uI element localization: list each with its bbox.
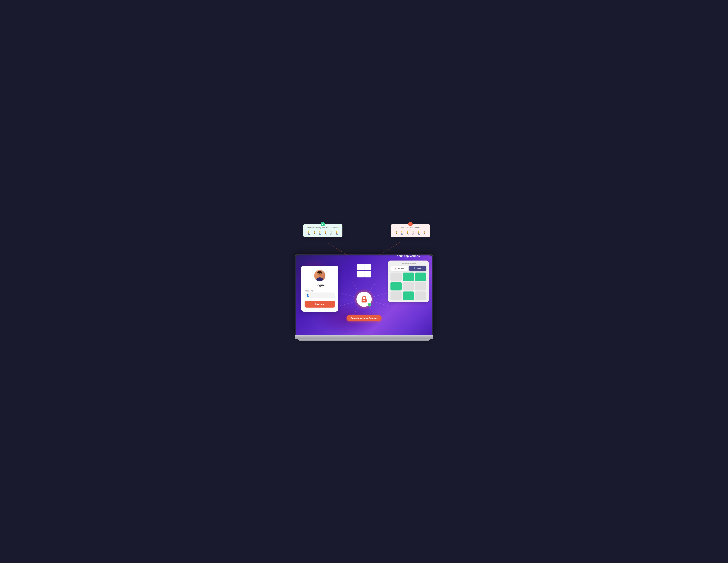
app-cell-8 [403,292,414,300]
app-cell-1 [390,272,402,281]
person-icon-gray-3: 🚶 [334,230,339,235]
username-label: Username [305,290,313,292]
scene: ✓ Enhance Security over Admin Accounts 🚶… [288,222,440,341]
person-icon-green-1: 🚶 [307,230,311,235]
user-icon: 👤 [306,294,309,297]
callout-enhance-security: ✓ Enhance Security over Admin Accounts 🚶… [303,224,342,237]
lock-circle: 🌿 [356,292,372,307]
avatar [314,269,326,282]
avatar-svg [315,269,325,282]
win-pane-4 [364,271,371,277]
unlock-button[interactable]: Unlock [305,301,335,308]
win-pane-2 [364,264,371,270]
username-input-row[interactable]: 👤 [305,293,335,298]
app-grid [390,272,426,300]
app-cell-5 [403,282,414,291]
person-icon-gray-6: 🚶 [422,230,427,235]
people-row-left: 🚶 🚶 🚶 🚶 🚶 🚶 [307,230,339,235]
app-cell-6 [415,282,426,291]
input-line [310,295,333,296]
lock-svg [360,295,368,304]
app-cell-2 [403,272,414,281]
svg-rect-19 [364,301,364,301]
person-icon-green-2: 🚶 [312,230,317,235]
laptop-notch [357,335,371,336]
people-row-right: 🚶 🚶 🚶 🚶 🚶 🚶 [394,230,427,235]
laptop-base [295,335,433,339]
person-icon-orange-2: 🚶 [405,230,410,235]
win-pane-1 [357,264,364,270]
review-icon: 📊 [394,267,397,269]
app-cell-4 [390,282,402,291]
callout-left-title: Enhance Security over Admin Accounts [307,226,339,229]
callout-remove-admins: ✕ Remove Local Admins 🚶 🚶 🚶 🚶 🚶 🚶 [391,224,430,237]
lock-icon-wrapper: 🌿 [356,292,372,307]
your-apps-label: Your Applications [388,255,429,257]
granular-access-button[interactable]: Granular Access Controls [346,315,382,322]
action-buttons: 📊 Review 🔍 Audit [390,266,426,271]
audit-button[interactable]: 🔍 Audit [409,266,426,271]
svg-point-3 [316,277,323,282]
login-title: Login [316,284,324,287]
laptop-foot [298,339,430,341]
monitor-label: Monitor User Activities [390,263,426,264]
review-button[interactable]: 📊 Review [390,266,408,271]
person-icon-gray-5: 🚶 [417,230,421,235]
check-badge: ✓ [321,222,325,226]
app-cell-3 [415,272,426,281]
laptop-screen: Login Username 👤 Unlock [296,255,432,335]
leaf-badge: 🌿 [368,303,371,307]
login-card: Login Username 👤 Unlock [301,265,338,312]
audit-label: Audit [417,267,421,269]
person-icon-orange-3: 🚶 [411,230,415,235]
app-cell-7 [390,292,402,300]
windows-logo [357,264,371,277]
person-icon-gray-1: 🚶 [323,230,328,235]
person-icon-green-3: 🚶 [318,230,322,235]
win-pane-3 [357,271,364,277]
laptop-wrapper: Login Username 👤 Unlock [295,254,433,341]
person-icon-gray-2: 🚶 [329,230,333,235]
apps-panel: Monitor User Activities 📊 Review 🔍 Audit [388,260,429,302]
person-icon-orange-1: 🚶 [394,230,399,235]
x-badge: ✕ [408,222,413,226]
callout-right-title: Remove Local Admins [394,226,427,229]
app-cell-9 [415,292,426,300]
audit-icon: 🔍 [414,267,416,269]
review-label: Review [398,267,404,269]
laptop-screen-outer: Login Username 👤 Unlock [295,254,433,335]
person-icon-gray-4: 🚶 [400,230,404,235]
